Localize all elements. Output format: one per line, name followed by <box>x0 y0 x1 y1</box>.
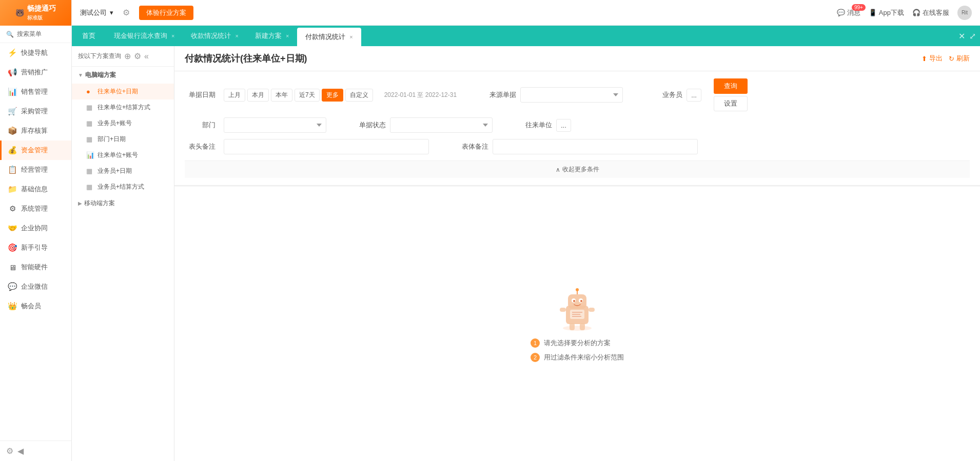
tab-payment-stats[interactable]: 付款情况统计 × <box>297 28 361 46</box>
filter-row-3: 表头备注 表体备注 <box>185 139 970 154</box>
date-btn-this-year[interactable]: 本年 <box>271 89 292 102</box>
online-service-btn[interactable]: 🎧 在线客服 <box>912 8 949 17</box>
tab-payment-stats-close[interactable]: × <box>349 34 352 40</box>
tab-new-scheme[interactable]: 新建方案 × <box>247 26 297 46</box>
sidebar-label-operations: 经营管理 <box>21 165 48 174</box>
sidebar-item-enterprise[interactable]: 🤝 企业协同 <box>0 218 71 238</box>
topbar-right: 💬 消息 99+ 📱 App下载 🎧 在线客服 Rit <box>837 6 972 20</box>
date-btn-last-month[interactable]: 上月 <box>224 89 245 102</box>
hint-1-number: 1 <box>531 338 540 348</box>
date-btn-last-7-days[interactable]: 近7天 <box>295 89 320 102</box>
sidebar-item-quick-nav[interactable]: ⚡ 快捷导航 <box>0 43 71 63</box>
tab-home[interactable]: 首页 <box>72 26 106 46</box>
sidebar-item-basic-info[interactable]: 📁 基础信息 <box>0 179 71 199</box>
scheme-chart-icon: 📊 <box>86 151 94 159</box>
sidebar-label-basic-info: 基础信息 <box>21 185 48 194</box>
scheme-active-icon: ● <box>86 88 94 95</box>
trial-btn[interactable]: 体验行业方案 <box>139 6 193 20</box>
app-version: 标准版 <box>27 14 56 22</box>
user-avatar[interactable]: Rit <box>957 6 972 20</box>
date-btn-this-month[interactable]: 本月 <box>247 89 269 102</box>
body-note-input[interactable] <box>493 139 698 154</box>
tabbar: 首页 现金银行流水查询 × 收款情况统计 × 新建方案 × 付款情况统计 × ✕… <box>72 26 980 46</box>
counterpart-select-btn[interactable]: ... <box>556 119 571 132</box>
tab-collection-stats-close[interactable]: × <box>235 33 238 39</box>
export-btn[interactable]: ⬆ 导出 <box>922 54 943 63</box>
sidebar-item-marketing[interactable]: 📢 营销推广 <box>0 63 71 82</box>
tab-close-all-btn[interactable]: ✕ <box>958 31 965 41</box>
tab-bank-flow-close[interactable]: × <box>171 33 174 39</box>
inventory-icon: 📦 <box>8 126 17 135</box>
source-select[interactable] <box>520 87 623 103</box>
company-selector[interactable]: 测试公司 ▾ <box>80 8 113 17</box>
mobile-group[interactable]: ▶ 移动端方案 <box>72 195 174 212</box>
sidebar-item-sales[interactable]: 📊 销售管理 <box>0 82 71 102</box>
sidebar-item-hardware[interactable]: 🖥 智能硬件 <box>0 257 71 277</box>
scheme-add-btn[interactable]: ⊕ <box>124 51 131 61</box>
tab-expand-btn[interactable]: ⤢ <box>969 31 976 41</box>
online-service-label: 在线客服 <box>923 8 949 17</box>
empty-hint-2: 2 用过滤条件来缩小分析范围 <box>531 353 624 362</box>
scheme-item-salesman-date[interactable]: ▦ 业务员+日期 <box>72 163 174 179</box>
sidebar-item-purchase[interactable]: 🛒 采购管理 <box>0 102 71 121</box>
tab-payment-stats-label: 付款情况统计 <box>305 32 345 42</box>
scheme-item-unit-account[interactable]: 📊 往来单位+账号 <box>72 147 174 163</box>
scheme-item-unit-settlement[interactable]: ▦ 往来单位+结算方式 <box>72 99 174 115</box>
message-btn[interactable]: 💬 消息 99+ <box>837 8 860 17</box>
message-icon: 💬 <box>837 9 845 16</box>
dept-select[interactable] <box>224 117 326 133</box>
date-btn-custom[interactable]: 自定义 <box>345 89 373 102</box>
sidebar-label-wechat: 企业微信 <box>21 282 48 291</box>
salesman-select-btn[interactable]: ... <box>687 89 701 102</box>
header-note-input[interactable] <box>224 139 429 154</box>
header-note-label: 表头备注 <box>185 142 215 151</box>
search-menu[interactable]: 🔍 搜索菜单 <box>0 26 71 43</box>
tab-bank-flow-label: 现金银行流水查询 <box>114 31 167 41</box>
bottom-collapse-btn[interactable]: ◀ <box>17 446 24 456</box>
scheme-item-unit-date[interactable]: ● 往来单位+日期 <box>72 84 174 99</box>
logo-icon: 🐻 <box>15 9 24 17</box>
sidebar-item-finance[interactable]: 💰 资金管理 <box>0 141 71 160</box>
sidebar-item-system[interactable]: ⚙ 系统管理 <box>0 199 71 218</box>
source-label: 来源单据 <box>485 90 516 99</box>
tab-collection-stats[interactable]: 收款情况统计 × <box>183 26 246 46</box>
scheme-item-salesman-settlement[interactable]: ▦ 业务员+结算方式 <box>72 179 174 195</box>
app-download-label: App下载 <box>879 8 904 17</box>
collapse-bar[interactable]: ∧ 收起更多条件 <box>185 161 970 178</box>
sidebar-item-member[interactable]: 👑 畅会员 <box>0 296 71 316</box>
refresh-btn[interactable]: ↻ 刷新 <box>949 54 970 63</box>
topbar-settings-btn[interactable]: ⚙ <box>123 8 130 17</box>
scheme-settings-btn[interactable]: ⚙ <box>134 51 141 61</box>
filter-row-2: 部门 单据状态 往来单位 ... <box>185 117 970 133</box>
pc-group-title[interactable]: ▼ 电脑端方案 <box>72 67 174 84</box>
tab-new-scheme-close[interactable]: × <box>286 33 289 39</box>
scheme-item-salesman-account[interactable]: ▦ 业务员+账号 <box>72 115 174 131</box>
svg-rect-10 <box>589 308 595 312</box>
company-name: 测试公司 <box>80 8 107 17</box>
page-title: 付款情况统计(往来单位+日期) <box>185 52 307 65</box>
scheme-item-unit-date-label: 往来单位+日期 <box>97 87 138 96</box>
query-btn[interactable]: 查询 <box>714 78 748 94</box>
doc-status-label: 单据状态 <box>355 121 386 130</box>
robot-illustration <box>552 286 603 332</box>
scheme-table-icon4: ▦ <box>86 167 94 175</box>
operations-icon: 📋 <box>8 165 17 174</box>
date-btn-more[interactable]: 更多 <box>322 89 343 102</box>
bottom-settings-btn[interactable]: ⚙ <box>6 446 13 456</box>
tab-bank-flow[interactable]: 现金银行流水查询 × <box>106 26 183 46</box>
avatar-text: Rit <box>962 10 968 15</box>
scheme-collapse-btn[interactable]: « <box>144 52 149 61</box>
main-area: 测试公司 ▾ ⚙ 体验行业方案 💬 消息 99+ 📱 App下载 🎧 在线客服 … <box>72 0 980 461</box>
sidebar-item-operations[interactable]: 📋 经营管理 <box>0 160 71 179</box>
message-badge: 99+ <box>852 4 866 11</box>
mobile-group-arrow: ▶ <box>78 201 82 206</box>
app-download-btn[interactable]: 📱 App下载 <box>869 8 904 17</box>
sidebar-item-guide[interactable]: 🎯 新手引导 <box>0 238 71 257</box>
scheme-item-dept-date[interactable]: ▦ 部门+日期 <box>72 131 174 147</box>
sidebar-item-wechat[interactable]: 💬 企业微信 <box>0 277 71 296</box>
scheme-panel: 按以下方案查询 ⊕ ⚙ « ▼ 电脑端方案 ● 往来单位+日期 ▦ 往来单位+结… <box>72 46 174 461</box>
settings-btn[interactable]: 设置 <box>714 96 748 111</box>
scheme-item-salesman-settlement-label: 业务员+结算方式 <box>97 183 144 191</box>
doc-status-select[interactable] <box>390 117 493 133</box>
sidebar-item-inventory[interactable]: 📦 库存核算 <box>0 121 71 141</box>
